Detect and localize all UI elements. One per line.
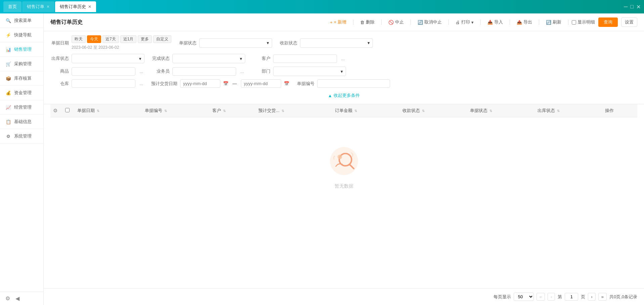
close-button[interactable]: ✕ [636,4,641,10]
date-tag-yesterday[interactable]: 昨天 [72,35,86,43]
sidebar-item-quick-nav[interactable]: ⚡ 快捷导航 [0,28,43,42]
sidebar-item-label: 资金管理 [14,90,32,96]
department-label: 部门 [252,68,270,74]
delete-button[interactable]: 🗑 删除 [357,17,378,27]
product-input[interactable] [72,67,135,76]
maximize-button[interactable]: □ [630,4,634,10]
col-date-label: 单据日期 [77,108,95,113]
filter-group-outbound-status: 出库状态 ▾ [50,54,144,63]
sidebar-item-sys-mgmt[interactable]: ⚙ 系统管理 [0,129,43,144]
order-status-select[interactable]: ▾ [199,38,272,48]
sidebar-item-sales-mgmt[interactable]: 📊 销售管理 [0,42,43,57]
sidebar-item-purchase-mgmt[interactable]: 🛒 采购管理 [0,57,43,71]
top-bar-right: ─ □ ✕ [624,4,641,10]
tab-sales-order-history-close[interactable]: ✕ [88,4,91,9]
sidebar-collapse-icon[interactable]: ◀ [15,295,19,302]
filter-group-salesperson: 业务员 ... [151,67,245,76]
table-header-row: ⚙ 单据日期 ⇅ 单据编号 ⇅ [50,104,637,117]
sidebar-item-inventory-check[interactable]: 📦 库存核算 [0,71,43,86]
delivery-date-from-input[interactable] [180,79,220,88]
first-page-button[interactable]: « [536,293,545,301]
total-text: 共0页,0条记录 [609,294,637,300]
tab-home[interactable]: 首页 [3,1,22,12]
prev-page-button[interactable]: ‹ [548,293,555,301]
outbound-status-select[interactable]: ▾ [72,54,144,63]
salesperson-input[interactable] [172,67,236,76]
col-operations-label: 操作 [605,108,614,113]
page-number-input[interactable] [565,293,578,301]
page-header: 销售订单历史 + + 新增 🗑 删除 🚫 中止 🔄 [44,13,644,31]
department-dropdown-icon: ▾ [341,69,343,74]
customer-input[interactable] [273,54,337,63]
minimize-button[interactable]: ─ [624,4,628,10]
product-select-icon[interactable]: ... [138,69,144,74]
warehouse-select-icon[interactable]: ... [138,81,144,86]
customer-select-icon[interactable]: ... [340,56,346,61]
date-tag-7days[interactable]: 近7天 [102,35,119,43]
date-range-separator: — [231,81,238,86]
collapse-button[interactable]: ▲ 收起更多条件 [50,91,637,100]
stop-button[interactable]: 🚫 中止 [385,17,407,27]
display-detail-checkbox-label[interactable]: 显示明细 [572,19,595,25]
display-detail-checkbox[interactable] [572,20,576,25]
col-order-status-sort[interactable]: ⇅ [489,109,492,113]
new-label: + 新增 [334,19,346,25]
select-all-checkbox[interactable] [65,108,70,112]
refresh-button[interactable]: 🔃 刷新 [543,17,565,27]
col-payment-status-sort[interactable]: ⇅ [422,109,425,113]
query-button[interactable]: 查询 [598,17,618,27]
sidebar-item-finance-mgmt[interactable]: 💰 资金管理 [0,86,43,100]
calendar-from-icon[interactable]: 📅 [223,81,228,86]
payment-status-select[interactable]: ▾ [300,38,373,48]
tab-sales-order-close[interactable]: ✕ [46,4,50,9]
new-button[interactable]: + + 新增 [327,17,350,27]
delivery-date-to-input[interactable] [241,79,281,88]
sidebar-item-search-menu[interactable]: 🔍 搜索菜单 [0,13,43,28]
export-button[interactable]: 📤 导出 [513,17,535,27]
date-tag-custom[interactable]: 自定义 [153,35,171,43]
col-amount: 订单金额 ⇅ [332,104,400,117]
warehouse-input[interactable] [72,79,135,88]
department-select[interactable]: ▾ [273,67,346,76]
sidebar-item-label: 库存核算 [14,75,32,81]
filter-group-payment-status: 收款状态 ▾ [279,38,373,48]
filter-group-customer: 客户 ... [252,54,346,63]
calendar-to-icon[interactable]: 📅 [284,81,289,86]
salesperson-select-icon[interactable]: ... [239,69,245,74]
tab-sales-order[interactable]: 销售订单 ✕ [22,1,54,12]
cancel-stop-button[interactable]: 🔄 取消中止 [414,17,445,27]
order-no-input[interactable] [317,79,390,88]
page-size-select[interactable]: 50 10 20 100 [514,293,534,301]
last-page-button[interactable]: » [598,293,607,301]
col-no-sort[interactable]: ⇅ [164,109,167,113]
col-delivery-sort[interactable]: ⇅ [282,109,284,113]
table-settings-button[interactable]: ⚙ [53,108,57,114]
next-page-button[interactable]: › [588,293,595,301]
date-tag-1month[interactable]: 近1月 [120,35,137,43]
date-tag-more[interactable]: 更多 [138,35,152,43]
sidebar-item-ops-mgmt[interactable]: 📈 经营管理 [0,100,43,115]
import-label: 导入 [494,19,503,25]
print-button[interactable]: 🖨 打印 ▾ [452,17,477,27]
order-status-label: 单据状态 [178,40,197,46]
sales-mgmt-icon: 📊 [5,46,11,52]
col-amount-sort[interactable]: ⇅ [354,109,357,113]
date-tag-today[interactable]: 今天 [87,35,101,43]
import-button[interactable]: 📥 导入 [484,17,506,27]
sidebar-item-basic-info[interactable]: 📋 基础信息 [0,115,43,129]
col-checkbox [62,104,75,117]
empty-state: 暂无数据 [50,117,637,216]
col-payment-status-label: 收款状态 [402,108,420,113]
col-order-status: 单据状态 ⇅ [467,104,535,117]
export-icon: 📤 [517,20,522,25]
completion-status-select[interactable]: ▾ [172,54,245,63]
tab-sales-order-history[interactable]: 销售订单历史 ✕ [55,1,96,12]
order-no-label: 单据编号 [296,81,314,87]
col-outbound-status-sort[interactable]: ⇅ [557,109,560,113]
filter-row-1: 单据日期 昨天 今天 近7天 近1月 更多 自定义 2023-06-02 至 2… [50,35,637,50]
col-date-sort[interactable]: ⇅ [97,109,99,113]
sidebar-settings-icon[interactable]: ⚙ [5,295,10,302]
top-bar: 首页 销售订单 ✕ 销售订单历史 ✕ ─ □ ✕ [0,0,644,13]
col-customer-sort[interactable]: ⇅ [223,109,226,113]
settings-button[interactable]: 设置 [621,17,637,27]
